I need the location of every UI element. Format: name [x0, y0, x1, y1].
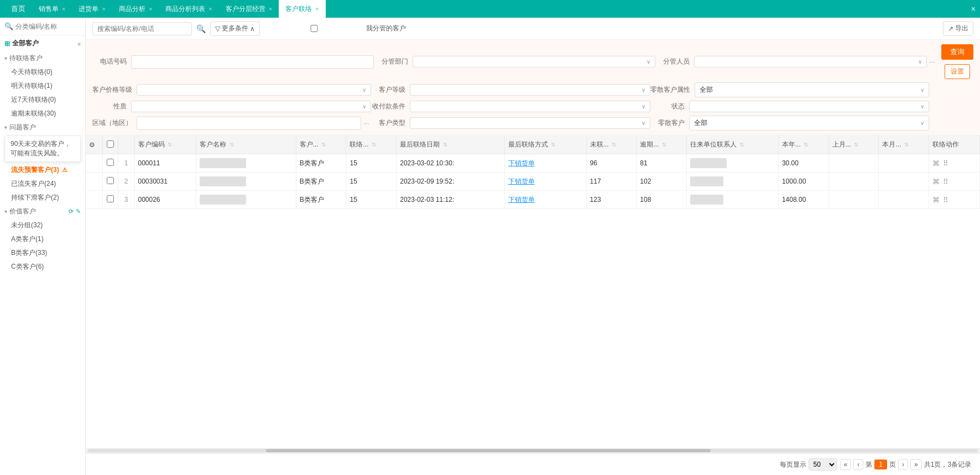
- filter-customer-type-select[interactable]: ∨: [410, 117, 650, 129]
- my-customers-filter[interactable]: 我分管的客户: [264, 24, 406, 33]
- filter-payment-select[interactable]: ∨: [410, 101, 650, 112]
- row-checkbox-cell[interactable]: [102, 191, 118, 209]
- sidebar-item-class-b[interactable]: B类客户(33): [0, 246, 85, 260]
- first-page-btn[interactable]: «: [840, 459, 852, 470]
- sidebar-all-customers[interactable]: ⊞ 全部客户 «: [0, 35, 85, 51]
- search-button[interactable]: 🔍: [196, 24, 206, 33]
- scroll-thumb[interactable]: [266, 449, 711, 452]
- current-page[interactable]: 1: [874, 460, 887, 469]
- row-checkbox-cell[interactable]: [102, 173, 118, 191]
- tab-sales[interactable]: 销售单 ×: [32, 0, 72, 18]
- horizontal-scrollbar[interactable]: [86, 448, 980, 453]
- close-customer-connect-tab[interactable]: ×: [315, 6, 319, 12]
- tab-purchase[interactable]: 进货单 ×: [72, 0, 112, 18]
- export-button[interactable]: ↗ 导出: [943, 21, 973, 36]
- code-col-header[interactable]: 客户编码 ⇅: [134, 135, 196, 154]
- sidebar-search-input[interactable]: [15, 23, 86, 30]
- more-conditions-btn[interactable]: ▽ 更多条件 ∧: [210, 21, 260, 36]
- filter-customer-level: 客户等级 ∨: [371, 84, 650, 96]
- sidebar-item-class-c[interactable]: C类客户(6): [0, 260, 85, 274]
- filter-person-select[interactable]: ∨: [694, 56, 927, 67]
- tab-goods-analysis[interactable]: 商品分析 ×: [112, 0, 159, 18]
- arrow-icon-3: ▾: [4, 208, 7, 215]
- filter-dept-select[interactable]: ∨: [413, 56, 655, 67]
- row-last-method[interactable]: 下销货单: [504, 154, 586, 173]
- tab-customer-connect[interactable]: 客户联络 ×: [279, 0, 325, 18]
- row-checkbox[interactable]: [107, 195, 114, 202]
- sidebar-item-churned[interactable]: 已流失客户(24): [0, 177, 85, 191]
- tab-home[interactable]: 首页: [4, 0, 32, 18]
- search-input[interactable]: [92, 22, 192, 35]
- next-page-btn[interactable]: ›: [898, 459, 908, 470]
- last-method-col-header[interactable]: 最后联络方式 ⇅: [504, 135, 586, 154]
- filter-region-input[interactable]: [137, 117, 361, 130]
- value-edit-icon[interactable]: ✎: [76, 208, 81, 215]
- close-goods-list-tab[interactable]: ×: [208, 6, 212, 12]
- per-page-select[interactable]: 50 20 100: [809, 458, 837, 471]
- row-checkbox[interactable]: [107, 159, 114, 166]
- overdue-sort-icon: ⇅: [662, 142, 666, 148]
- row-action-link-icon[interactable]: ⌘: [932, 159, 940, 168]
- select-all-checkbox[interactable]: [107, 140, 114, 148]
- row-this-year: 30.00: [778, 154, 828, 173]
- sidebar-item-7days[interactable]: 近7天待联络(0): [0, 93, 85, 107]
- sidebar-item-today[interactable]: 今天待联络(0): [0, 65, 85, 79]
- filter-scatter-customer-select[interactable]: 全部 ∨: [689, 116, 929, 131]
- sidebar-item-ungrouped[interactable]: 未分组(32): [0, 218, 85, 232]
- close-purchase-tab[interactable]: ×: [102, 6, 105, 12]
- region-dots[interactable]: ···: [361, 119, 371, 127]
- row-action-more-icon[interactable]: ⠿: [943, 159, 948, 168]
- row-last-method[interactable]: 下销货单: [504, 173, 586, 191]
- query-button[interactable]: 查询: [941, 44, 973, 60]
- window-close-btn[interactable]: ×: [971, 4, 976, 13]
- edit-icon[interactable]: ⟳: [69, 208, 74, 215]
- sidebar-item-overdue[interactable]: 逾期未联络(30): [0, 107, 85, 121]
- sidebar-item-tomorrow[interactable]: 明天待联络(1): [0, 79, 85, 93]
- row-last-date: 2023-03-02 10:30:: [397, 154, 504, 173]
- name-col-header[interactable]: 客户名称 ⇅: [196, 135, 296, 154]
- row-action-more-icon[interactable]: ⠿: [943, 196, 948, 204]
- person-dots[interactable]: ···: [927, 58, 937, 66]
- filter-scatter-attr-select[interactable]: 全部 ∨: [695, 82, 929, 97]
- row-action-link-icon[interactable]: ⌘: [932, 178, 940, 186]
- close-goods-analysis-tab[interactable]: ×: [149, 6, 152, 12]
- row-checkbox-cell[interactable]: [102, 154, 118, 173]
- unit-contact-col-header[interactable]: 往来单位联系人 ⇅: [687, 135, 779, 154]
- this-month-col-header[interactable]: 本月... ⇅: [879, 135, 929, 154]
- sidebar-item-churn-warning[interactable]: 流失预警客户(3) ⚠: [0, 163, 85, 177]
- filter-nature-select[interactable]: ∨: [131, 101, 371, 112]
- settings-col-header[interactable]: ⚙: [86, 135, 102, 154]
- not-contacted-col-header[interactable]: 未联... ⇅: [586, 135, 637, 154]
- last-page-btn[interactable]: »: [910, 459, 922, 470]
- overdue-col-header[interactable]: 逾期... ⇅: [637, 135, 687, 154]
- section-problem-customers[interactable]: ▾ 问题客户: [0, 121, 85, 134]
- last-month-col-header[interactable]: 上月... ⇅: [828, 135, 879, 154]
- settings-button[interactable]: 设置: [945, 64, 970, 79]
- close-customer-segment-tab[interactable]: ×: [269, 6, 272, 12]
- row-last-method[interactable]: 下销货单: [504, 191, 586, 209]
- this-year-col-header[interactable]: 本年... ⇅: [778, 135, 828, 154]
- filter-customer-type: 客户类型 ∨: [371, 117, 650, 129]
- sidebar-item-declining[interactable]: 持续下滑客户(2): [0, 191, 85, 205]
- checkbox-col-header[interactable]: [102, 135, 118, 154]
- level-col-header[interactable]: 客户... ⇅: [296, 135, 346, 154]
- section-pending-contact[interactable]: ▾ 待联络客户: [0, 51, 85, 65]
- sidebar-item-class-a[interactable]: A类客户(1): [0, 232, 85, 246]
- row-action: ⌘ ⠿: [929, 154, 980, 173]
- last-date-col-header[interactable]: 最后联络日期 ⇅: [397, 135, 504, 154]
- close-sales-tab[interactable]: ×: [62, 6, 65, 12]
- filter-customer-level-select[interactable]: ∨: [410, 84, 650, 96]
- my-customers-checkbox[interactable]: [264, 25, 364, 32]
- row-action-more-icon[interactable]: ⠿: [943, 178, 948, 186]
- row-action-link-icon[interactable]: ⌘: [932, 196, 940, 204]
- prev-page-btn[interactable]: ‹: [853, 459, 863, 470]
- section-value-customers[interactable]: ▾ 价值客户 ⟳ ✎: [0, 205, 85, 218]
- tab-goods-analysis-list[interactable]: 商品分析列表 ×: [159, 0, 218, 18]
- contact-col-header[interactable]: 联络... ⇅: [346, 135, 397, 154]
- filter-status-select[interactable]: ∨: [689, 101, 929, 112]
- filter-price-level-select[interactable]: ∨: [137, 84, 371, 96]
- tab-customer-segment[interactable]: 客户分层经营 ×: [219, 0, 279, 18]
- row-checkbox[interactable]: [107, 177, 114, 184]
- filter-phone-input[interactable]: [131, 55, 374, 69]
- this-month-sort-icon: ⇅: [904, 142, 909, 148]
